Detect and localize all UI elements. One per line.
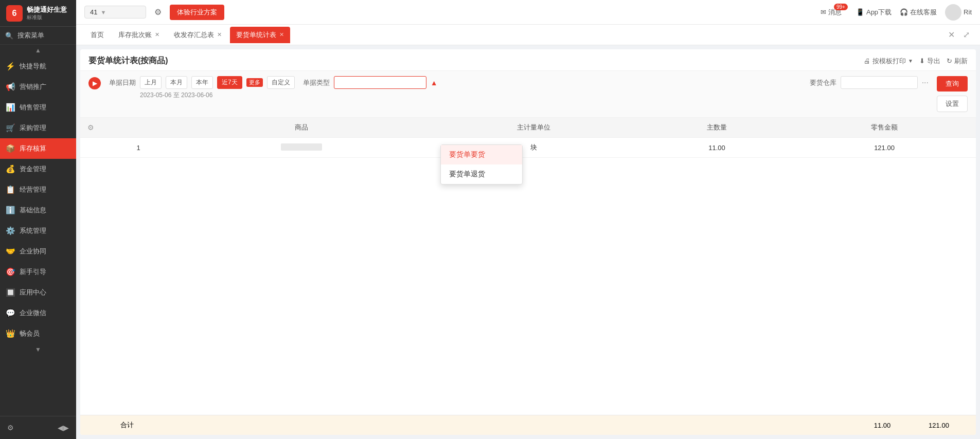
total-quantity: 11.00 [857, 422, 908, 429]
tabs-end-btns: ✕ ⤢ [946, 29, 972, 41]
date-this-month-btn[interactable]: 本月 [166, 76, 187, 89]
topbar-settings-btn[interactable]: ⚙ [150, 5, 166, 20]
total-label: 合计 [112, 420, 754, 430]
cell-settings-0 [80, 138, 101, 158]
sidebar-item-marketing[interactable]: 📢 营销推广 [0, 77, 76, 97]
sidebar-label-inventory: 库存核算 [20, 144, 46, 153]
col-index [101, 118, 176, 138]
col-unit: 主计量单位 [426, 118, 641, 138]
sidebar-icon-corp-wechat: 💬 [5, 308, 15, 318]
sidebar-item-system[interactable]: ⚙️ 系统管理 [0, 221, 76, 241]
store-selector[interactable]: 41 ▼ [84, 6, 146, 19]
type-filter-label: 单据类型 [303, 78, 330, 87]
sidebar-item-inventory[interactable]: 📦 库存核算 [0, 138, 76, 159]
type-dropdown: 要货单要货要货单退货 [440, 144, 523, 185]
col-settings-icon[interactable]: ⚙ [87, 123, 94, 132]
type-filter-input[interactable] [334, 76, 426, 89]
tab-requisition-stats[interactable]: 要货单统计表✕ [230, 27, 290, 43]
date-filter-label: 单据日期 [109, 78, 136, 87]
sidebar-item-finance[interactable]: 💰 资金管理 [0, 159, 76, 179]
user-avatar-area[interactable]: Rit [945, 4, 972, 21]
sidebar-icon-purchase: 🛒 [5, 123, 15, 133]
headset-icon: 🎧 [900, 8, 908, 16]
sidebar-item-sales[interactable]: 📊 销售管理 [0, 97, 76, 118]
trial-btn[interactable]: 体验行业方案 [170, 5, 224, 20]
expand-tabs-btn[interactable]: ⤢ [961, 29, 972, 41]
sidebar-item-guide[interactable]: 🎯 新手引导 [0, 262, 76, 282]
page-header: 要货单统计表(按商品) 🖨 按模板打印 ▼ ⬇ 导出 ↻ 刷新 [80, 49, 976, 71]
tab-home[interactable]: 首页 [84, 27, 110, 43]
sidebar-item-quick-nav[interactable]: ⚡ 快捷导航 [0, 56, 76, 77]
date-last-month-btn[interactable]: 上月 [140, 76, 162, 89]
sidebar-label-cooperation: 企业协同 [20, 247, 46, 256]
tab-close-requisition-stats[interactable]: ✕ [279, 31, 284, 38]
warehouse-filter-input[interactable] [841, 76, 918, 89]
tab-receive-summary[interactable]: 收发存汇总表✕ [168, 27, 228, 43]
filter-actions: 查询 设置 [937, 76, 968, 112]
sidebar-label-guide: 新手引导 [20, 267, 46, 277]
sidebar-label-quick-nav: 快捷导航 [20, 62, 46, 71]
sidebar-item-corp-wechat[interactable]: 💬 企业微信 [0, 303, 76, 323]
filter-expand-btn[interactable]: ▶ [88, 77, 101, 89]
table-header-row: ⚙ 商品 主计量单位 主数量 零售金额 [80, 118, 976, 138]
sidebar-icon-guide: 🎯 [5, 267, 15, 277]
top-bar-right: ✉ 消息 99+ 📱 App下载 🎧 在线客服 Rit [821, 4, 972, 21]
sidebar-item-purchase[interactable]: 🛒 采购管理 [0, 118, 76, 138]
cell-index-0: 1 [101, 138, 176, 158]
date-more-tag[interactable]: 更多 [246, 78, 263, 87]
export-btn[interactable]: ⬇ 导出 [919, 57, 940, 66]
sidebar-item-app-center[interactable]: 🔲 应用中心 [0, 282, 76, 303]
logo-area: 6 畅捷通好生意 标准版 [0, 0, 76, 27]
avatar [945, 4, 961, 21]
sidebar-scroll-down[interactable]: ▼ [0, 344, 76, 355]
date-filter-group: 单据日期 上月 本月 本年 近7天 更多 自定义 2023-05-06 至 20… [109, 76, 295, 100]
sidebar-label-sales: 销售管理 [20, 103, 46, 112]
page-content: 要货单统计表(按商品) 🖨 按模板打印 ▼ ⬇ 导出 ↻ 刷新 ▶ [80, 49, 976, 435]
print-icon: 🖨 [864, 57, 870, 65]
message-btn[interactable]: ✉ 消息 99+ [821, 8, 842, 17]
sidebar-item-basic-info[interactable]: ℹ️ 基础信息 [0, 200, 76, 221]
print-label: 按模板打印 [872, 57, 906, 66]
type-dropdown-arrow[interactable]: ▲ [431, 79, 438, 87]
sidebar-scroll-up[interactable]: ▲ [0, 45, 76, 56]
app-download-btn[interactable]: 📱 App下载 [856, 8, 892, 17]
page-header-actions: 🖨 按模板打印 ▼ ⬇ 导出 ↻ 刷新 [864, 57, 968, 66]
export-icon: ⬇ [919, 57, 925, 65]
sidebar-label-purchase: 采购管理 [20, 123, 46, 133]
filter-more-options-btn[interactable]: ··· [922, 78, 929, 87]
date-7days-btn[interactable]: 近7天 [217, 76, 242, 89]
dropdown-item-return[interactable]: 要货单退货 [441, 164, 522, 184]
logo-main: 畅捷通好生意 [27, 6, 67, 14]
date-custom-btn[interactable]: 自定义 [267, 76, 295, 89]
sidebar-item-operations[interactable]: 📋 经营管理 [0, 179, 76, 200]
sidebar-item-cooperation[interactable]: 🤝 企业协同 [0, 241, 76, 262]
tab-close-receive-summary[interactable]: ✕ [217, 31, 222, 38]
app-download-label: App下载 [866, 8, 892, 17]
online-service-btn[interactable]: 🎧 在线客服 [900, 8, 937, 17]
col-quantity: 主数量 [641, 118, 793, 138]
sidebar-item-vip[interactable]: 👑 畅会员 [0, 323, 76, 344]
date-range-text: 2023-05-06 至 2023-06-06 [140, 91, 212, 100]
close-all-tabs-btn[interactable]: ✕ [946, 29, 957, 41]
query-btn[interactable]: 查询 [937, 76, 968, 92]
online-service-label: 在线客服 [910, 8, 937, 17]
tab-close-batch-account[interactable]: ✕ [155, 31, 159, 38]
date-this-year-btn[interactable]: 本年 [191, 76, 213, 89]
logo-text: 畅捷通好生意 标准版 [27, 6, 67, 21]
sidebar-label-marketing: 营销推广 [20, 82, 46, 92]
dropdown-item-requisition[interactable]: 要货单要货 [441, 145, 522, 164]
sidebar-icon-system: ⚙️ [5, 226, 15, 236]
refresh-label: 刷新 [954, 57, 968, 66]
filter-settings-btn[interactable]: 设置 [937, 96, 968, 112]
sidebar-collapse-btn[interactable]: ◀▶ [56, 422, 71, 434]
col-settings[interactable]: ⚙ [80, 118, 101, 138]
sidebar-settings-btn[interactable]: ⚙ [5, 422, 16, 434]
print-btn[interactable]: 🖨 按模板打印 ▼ [864, 57, 913, 66]
tab-batch-account[interactable]: 库存批次账✕ [112, 27, 166, 43]
search-menu[interactable]: 🔍 搜索菜单 [0, 27, 76, 45]
refresh-btn[interactable]: ↻ 刷新 [947, 57, 968, 66]
cell-quantity-0: 11.00 [641, 138, 793, 158]
total-amount: 121.00 [908, 422, 970, 429]
tab-label-receive-summary: 收发存汇总表 [174, 30, 214, 40]
logo-icon: 6 [6, 5, 23, 22]
